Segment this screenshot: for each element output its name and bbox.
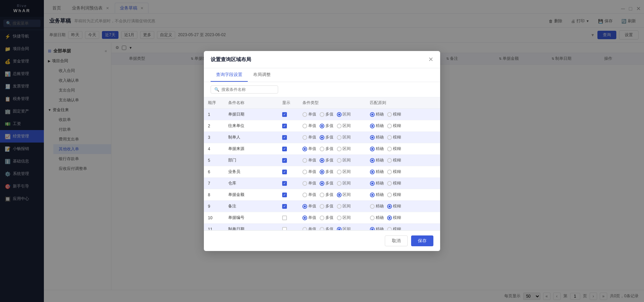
show-checkbox-7[interactable] [282, 181, 287, 186]
show-checkbox-5[interactable] [282, 158, 287, 163]
modal-cell-show-5[interactable] [278, 155, 298, 166]
modal-col-match: 匹配原则 [366, 100, 433, 106]
show-checkbox-10[interactable] [282, 216, 287, 220]
match-exact-11[interactable]: 精确 [370, 226, 384, 230]
radio-single-7[interactable]: 单值 [302, 180, 316, 186]
modal-cell-show-7[interactable] [278, 178, 298, 188]
radio-range-5[interactable]: 区间 [337, 157, 351, 163]
radio-multi-7[interactable]: 多值 [320, 180, 333, 186]
radio-range-8[interactable]: 区间 [337, 192, 351, 198]
match-exact-6[interactable]: 精确 [370, 169, 384, 175]
radio-range-circle-6 [337, 170, 342, 174]
modal-cell-show-3[interactable] [278, 132, 298, 143]
radio-range-9[interactable]: 区间 [337, 203, 351, 209]
cancel-button[interactable]: 取消 [385, 235, 408, 246]
radio-single-5[interactable]: 单值 [302, 157, 316, 163]
modal-search-input[interactable] [221, 87, 272, 92]
modal-cell-show-11[interactable] [278, 224, 298, 231]
match-fuzzy-2[interactable]: 模糊 [387, 123, 401, 129]
save-modal-button[interactable]: 保存 [411, 235, 433, 246]
match-group-8: 精确 模糊 [370, 192, 401, 198]
modal-col-type: 条件类型 [298, 100, 366, 106]
modal-cell-order-5: 5 [204, 155, 224, 166]
show-checkbox-8[interactable] [282, 193, 287, 197]
match-fuzzy-8[interactable]: 模糊 [387, 192, 401, 198]
radio-range-1[interactable]: 区间 [337, 111, 351, 117]
modal-search-inner: 🔍 [211, 85, 278, 94]
radio-range-6[interactable]: 区间 [337, 169, 351, 175]
radio-single-10[interactable]: 单值 [302, 215, 316, 221]
modal-cell-show-8[interactable] [278, 190, 298, 200]
radio-single-1[interactable]: 单值 [302, 111, 316, 117]
match-fuzzy-11[interactable]: 模糊 [387, 226, 401, 230]
match-exact-10[interactable]: 精确 [370, 215, 384, 221]
radio-range-2[interactable]: 区间 [337, 123, 351, 129]
radio-multi-3[interactable]: 多值 [320, 134, 333, 140]
radio-single-circle-5 [302, 158, 307, 163]
match-exact-1[interactable]: 精确 [370, 111, 384, 117]
match-exact-3[interactable]: 精确 [370, 134, 384, 140]
match-exact-7[interactable]: 精确 [370, 180, 384, 186]
match-exact-circle-10 [370, 216, 375, 220]
match-fuzzy-4[interactable]: 模糊 [387, 146, 401, 152]
match-fuzzy-5[interactable]: 模糊 [387, 157, 401, 163]
radio-single-4[interactable]: 单值 [302, 146, 316, 152]
modal-cell-show-4[interactable] [278, 144, 298, 154]
radio-multi-10[interactable]: 多值 [320, 215, 333, 221]
radio-group-3: 单值 多值 区间 [302, 134, 351, 140]
radio-single-9[interactable]: 单值 [302, 203, 316, 209]
match-exact-circle-1 [370, 112, 375, 117]
match-exact-2[interactable]: 精确 [370, 123, 384, 129]
modal-cell-show-6[interactable] [278, 167, 298, 177]
radio-multi-2[interactable]: 多值 [320, 123, 333, 129]
radio-multi-11[interactable]: 多值 [320, 226, 333, 230]
modal-tab-layout[interactable]: 布局调整 [248, 68, 276, 82]
radio-multi-9[interactable]: 多值 [320, 203, 333, 209]
radio-range-10[interactable]: 区间 [337, 215, 351, 221]
modal-close-button[interactable]: ✕ [428, 56, 433, 63]
match-fuzzy-7[interactable]: 模糊 [387, 180, 401, 186]
radio-range-7[interactable]: 区间 [337, 180, 351, 186]
show-checkbox-2[interactable] [282, 124, 287, 128]
radio-multi-5[interactable]: 多值 [320, 157, 333, 163]
modal-cell-show-2[interactable] [278, 121, 298, 131]
show-checkbox-6[interactable] [282, 170, 287, 174]
modal-cell-order-8: 8 [204, 190, 224, 200]
modal-cell-match-11: 精确 模糊 [366, 224, 433, 230]
radio-range-3[interactable]: 区间 [337, 134, 351, 140]
match-exact-4[interactable]: 精确 [370, 146, 384, 152]
show-checkbox-1[interactable] [282, 112, 287, 117]
match-exact-5[interactable]: 精确 [370, 157, 384, 163]
show-checkbox-4[interactable] [282, 147, 287, 151]
modal-cell-show-10[interactable] [278, 213, 298, 223]
match-fuzzy-3[interactable]: 模糊 [387, 134, 401, 140]
modal-cell-show-9[interactable] [278, 201, 298, 211]
match-exact-8[interactable]: 精确 [370, 192, 384, 198]
show-checkbox-3[interactable] [282, 135, 287, 140]
match-fuzzy-10[interactable]: 模糊 [387, 215, 401, 221]
radio-single-6[interactable]: 单值 [302, 169, 316, 175]
modal-table: 顺序 条件名称 显示 条件类型 匹配原则 1 单据日期 [204, 97, 440, 230]
radio-multi-8[interactable]: 多值 [320, 192, 333, 198]
radio-single-11[interactable]: 单值 [302, 226, 316, 230]
radio-single-3[interactable]: 单值 [302, 134, 316, 140]
radio-multi-4[interactable]: 多值 [320, 146, 333, 152]
radio-range-11[interactable]: 区间 [337, 226, 351, 230]
radio-multi-1[interactable]: 多值 [320, 111, 333, 117]
modal-cell-show-1[interactable] [278, 109, 298, 120]
match-exact-9[interactable]: 精确 [370, 203, 384, 209]
radio-single-circle-9 [302, 204, 307, 209]
radio-range-4[interactable]: 区间 [337, 146, 351, 152]
show-checkbox-11[interactable] [282, 227, 287, 231]
match-fuzzy-1[interactable]: 模糊 [387, 111, 401, 117]
show-checkbox-9[interactable] [282, 204, 287, 209]
match-group-5: 精确 模糊 [370, 157, 401, 163]
match-fuzzy-9[interactable]: 模糊 [387, 203, 401, 209]
modal-cell-name-4: 单据来源 [224, 143, 278, 154]
radio-multi-6[interactable]: 多值 [320, 169, 333, 175]
modal-tab-query-fields[interactable]: 查询字段设置 [211, 68, 248, 82]
radio-single-2[interactable]: 单值 [302, 123, 316, 129]
match-exact-circle-6 [370, 170, 375, 174]
match-fuzzy-6[interactable]: 模糊 [387, 169, 401, 175]
radio-single-8[interactable]: 单值 [302, 192, 316, 198]
